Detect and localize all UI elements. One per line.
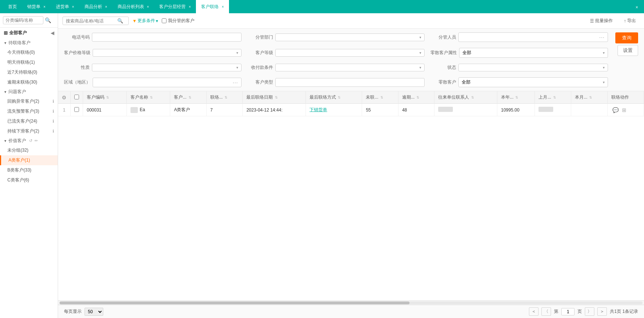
sidebar-collapse-icon[interactable]: ◀ bbox=[51, 31, 54, 36]
nature-select[interactable]: ▾ bbox=[92, 64, 242, 71]
sidebar-search-input[interactable] bbox=[3, 16, 43, 24]
sidebar-item-b-class[interactable]: B类客户(33) bbox=[0, 165, 58, 175]
payment-select[interactable]: ▾ bbox=[275, 64, 425, 71]
close-product-analysis-list-icon[interactable]: × bbox=[147, 5, 149, 9]
horizontal-scrollbar[interactable] bbox=[58, 300, 644, 305]
sidebar-item-ungrouped[interactable]: 未分组(32) bbox=[0, 145, 58, 155]
sort-icon-unit-contact[interactable]: ⇅ bbox=[471, 96, 474, 99]
gear-icon[interactable]: ⚙ bbox=[62, 95, 67, 100]
nature-filter: 性质 ▾ bbox=[64, 64, 242, 71]
close-all-button[interactable]: × bbox=[633, 3, 641, 11]
nav-item-product-analysis[interactable]: 商品分析 × bbox=[79, 0, 112, 13]
col-customer-name: 客户名称 ⇅ bbox=[126, 91, 170, 104]
sort-icon-code[interactable]: ⇅ bbox=[106, 96, 109, 99]
prev-page-button[interactable]: 〈 bbox=[541, 307, 551, 316]
sidebar-item-tomorrow-pending[interactable]: 明天待联络(1) bbox=[0, 57, 58, 67]
close-sales-icon[interactable]: × bbox=[43, 5, 46, 9]
last-method-link[interactable]: 下销货单 bbox=[310, 107, 327, 112]
phone-filter: 电话号码 bbox=[64, 33, 242, 42]
sidebar-search-area: 🔍 bbox=[0, 13, 58, 28]
row-checkbox[interactable] bbox=[74, 107, 79, 112]
sort-icon-last-month[interactable]: ⇅ bbox=[553, 96, 556, 99]
export-button[interactable]: ↑ 导出 bbox=[620, 16, 640, 25]
customer-type-input[interactable] bbox=[275, 78, 425, 87]
page-number-input[interactable] bbox=[561, 308, 575, 315]
scrollbar-thumb[interactable] bbox=[60, 301, 409, 304]
close-customer-segment-icon[interactable]: × bbox=[189, 5, 191, 9]
nav-item-product-analysis-list[interactable]: 商品分析列表 × bbox=[112, 0, 154, 13]
first-page-button[interactable]: ＜ bbox=[529, 307, 539, 316]
sidebar-item-churn-warning[interactable]: 流失预警客户(3) ℹ bbox=[0, 106, 58, 116]
nav-item-sales[interactable]: 销货单 × bbox=[22, 0, 51, 13]
status-select[interactable]: ▾ bbox=[458, 64, 608, 71]
sidebar-item-a-class[interactable]: A类客户(1) bbox=[0, 155, 58, 165]
sidebar-item-today-pending[interactable]: 今天待联络(0) bbox=[0, 47, 58, 57]
sidebar-item-7day-pending[interactable]: 近7天待联络(0) bbox=[0, 67, 58, 77]
info-icon-3: ℹ bbox=[53, 119, 54, 124]
nav-item-customer-contact[interactable]: 客户联络 × bbox=[196, 0, 229, 13]
dept-select[interactable]: ▾ bbox=[275, 33, 425, 41]
sidebar-item-c-class[interactable]: C类客户(6) bbox=[0, 175, 58, 185]
my-customers-check[interactable] bbox=[162, 18, 167, 23]
sidebar-item-churned[interactable]: 已流失客户(24) ℹ bbox=[0, 116, 58, 126]
refresh-icon[interactable]: ↺ bbox=[29, 138, 32, 143]
row-name-cell: Ea bbox=[126, 104, 170, 116]
row-last-method-cell: 下销货单 bbox=[306, 104, 362, 116]
last-page-button[interactable]: ＞ bbox=[597, 307, 607, 316]
sort-icon-contact[interactable]: ⇅ bbox=[225, 96, 228, 99]
sort-icon-this-month[interactable]: ⇅ bbox=[589, 96, 592, 99]
comment-icon[interactable]: 💬 bbox=[612, 107, 619, 113]
sort-icon-this-year[interactable]: ⇅ bbox=[515, 96, 518, 99]
sort-icon-overdue[interactable]: ⇅ bbox=[416, 96, 419, 99]
sidebar-item-overdue-uncontacted[interactable]: 逾期未联络(30) bbox=[0, 77, 58, 87]
page-size-select[interactable]: 50 100 200 bbox=[85, 308, 103, 316]
query-button[interactable]: 查询 bbox=[615, 32, 638, 43]
row-type-cell: A类客户 bbox=[170, 104, 207, 116]
close-product-analysis-icon[interactable]: × bbox=[105, 5, 107, 9]
nav-item-purchase[interactable]: 进货单 × bbox=[51, 0, 79, 13]
col-contact: 联络... ⇅ bbox=[206, 91, 243, 104]
content-area: 🔍 ▼ 更多条件 ▾ 我分管的客户 ☰ 批量操作 ↑ 导出 bbox=[58, 13, 644, 318]
manager-select[interactable]: ··· bbox=[458, 32, 608, 42]
sort-icon-name[interactable]: ⇅ bbox=[150, 96, 153, 99]
table-row: 1 000031 Ea A类客户 bbox=[58, 104, 644, 116]
problem-customers-group[interactable]: ▼ 问题客户 bbox=[0, 87, 58, 96]
phone-input[interactable] bbox=[92, 33, 242, 42]
chevron-down-icon-payment: ▾ bbox=[419, 66, 421, 70]
row-num-cell: 1 bbox=[58, 104, 71, 116]
row-contact-cell: 7 bbox=[206, 104, 243, 116]
nav-item-home[interactable]: 首页 bbox=[3, 0, 22, 13]
my-customers-checkbox[interactable]: 我分管的客户 bbox=[162, 18, 194, 24]
sort-icon-last-method[interactable]: ⇅ bbox=[338, 96, 341, 99]
more-filters-button[interactable]: ▼ 更多条件 ▾ bbox=[132, 18, 158, 24]
chevron-down-icon-price: ▾ bbox=[236, 51, 238, 55]
retail-customer-filter: 零散客户 全部 ▾ bbox=[430, 77, 608, 87]
value-customers-group[interactable]: ▼ 价值客户 ↺ ✏ bbox=[0, 136, 58, 145]
col-overdue: 逾期... ⇅ bbox=[398, 91, 434, 104]
sidebar-item-declining[interactable]: 持续下滑客户(2) ℹ bbox=[0, 126, 58, 136]
search-icon[interactable]: 🔍 bbox=[117, 18, 123, 24]
close-purchase-icon[interactable]: × bbox=[72, 5, 74, 9]
search-input[interactable] bbox=[66, 18, 117, 24]
batch-operation-button[interactable]: ☰ 批量操作 bbox=[586, 16, 616, 25]
nav-item-customer-segment[interactable]: 客户分层经营 × bbox=[154, 0, 196, 13]
select-all-checkbox[interactable] bbox=[74, 95, 79, 99]
all-customers-header[interactable]: ⊞ 全部客户 ◀ bbox=[0, 28, 58, 38]
region-filter: 区域（地区） ··· bbox=[64, 78, 242, 87]
retail-attr-select[interactable]: 全部 ▾ bbox=[459, 48, 608, 58]
retail-customer-select[interactable]: 全部 ▾ bbox=[458, 77, 608, 87]
settings-button[interactable]: 设置 bbox=[618, 45, 638, 56]
sort-icon-type[interactable]: ⇅ bbox=[189, 96, 192, 99]
close-customer-contact-icon[interactable]: × bbox=[222, 5, 224, 9]
price-level-select[interactable]: ▾ bbox=[93, 49, 242, 57]
sort-icon-uncontacted[interactable]: ⇅ bbox=[380, 96, 383, 99]
sidebar-search-icon[interactable]: 🔍 bbox=[45, 17, 51, 23]
edit-icon[interactable]: ✏ bbox=[35, 138, 38, 143]
next-page-button[interactable]: 〉 bbox=[585, 307, 594, 316]
customer-level-select[interactable]: ▾ bbox=[275, 49, 425, 57]
pending-contact-group[interactable]: ▼ 待联络客户 bbox=[0, 38, 58, 47]
sort-icon-last-date[interactable]: ⇅ bbox=[275, 96, 278, 99]
sidebar-item-repurchase-abnormal[interactable]: 回购异常客户(2) ℹ bbox=[0, 96, 58, 106]
region-select[interactable]: ··· bbox=[93, 78, 242, 87]
grid-action-icon[interactable]: ⊞ bbox=[622, 107, 626, 113]
